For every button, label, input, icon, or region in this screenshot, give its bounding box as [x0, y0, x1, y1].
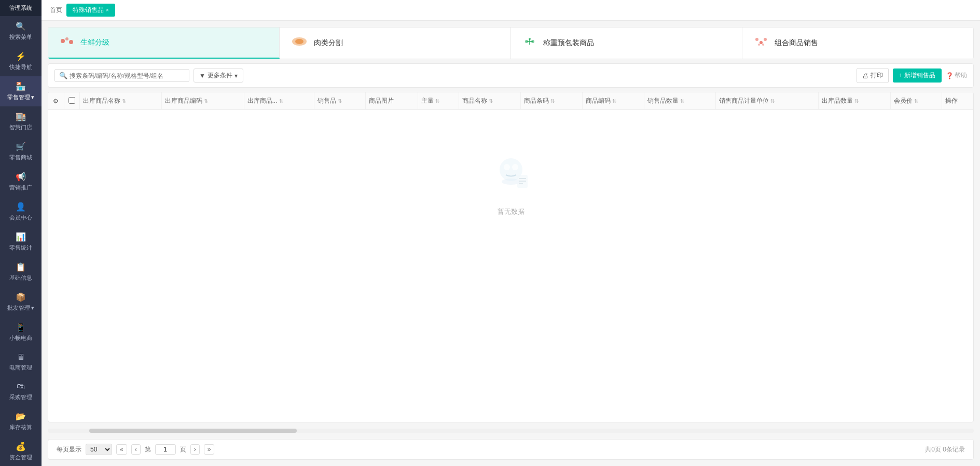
data-table: ⚙ 出库商品名称 ⇅ 出库商品编码	[48, 92, 973, 110]
out-product-short-header[interactable]: 出库商品... ⇅	[244, 92, 314, 110]
first-page-button[interactable]: «	[116, 444, 127, 455]
page-label: 第	[145, 445, 151, 454]
sidebar-item-label: 搜索菜单	[9, 33, 32, 41]
page-unit: 页	[180, 445, 186, 454]
sidebar-item-label: 零售商城	[9, 154, 32, 161]
tab-row: 生鲜分级 肉类分割	[48, 27, 974, 59]
scale-icon	[521, 35, 538, 51]
sidebar-item-label: 零售统计	[9, 244, 32, 252]
sidebar-logo: 管理系统	[0, 0, 42, 16]
sidebar-item-retailmall[interactable]: 🛒 零售商城	[0, 136, 42, 167]
sidebar-item-miniapp[interactable]: 📱 小畅电商	[0, 317, 42, 347]
product-image-header: 商品图片	[365, 92, 418, 110]
sidebar-item-search[interactable]: 🔍 搜索菜单	[0, 16, 42, 46]
combo-icon	[753, 35, 769, 51]
sales-quantity-header[interactable]: 销售品数量 ⇅	[644, 92, 716, 110]
svg-point-2	[69, 40, 73, 44]
fresh-grade-icon	[59, 35, 75, 50]
horizontal-scrollbar[interactable]	[48, 429, 974, 433]
checkbox-column-header	[64, 92, 79, 110]
cart-icon: 🛒	[16, 142, 26, 152]
sidebar-item-retailstats[interactable]: 📊 零售统计	[0, 227, 42, 257]
product-name-header[interactable]: 商品名称 ⇅	[459, 92, 520, 110]
sales-unit-header[interactable]: 销售商品计量单位 ⇅	[716, 92, 819, 110]
store-icon: 🏪	[16, 81, 26, 91]
sidebar-item-basicinfo[interactable]: 📋 基础信息	[0, 257, 42, 287]
weight-header[interactable]: 主量 ⇅	[418, 92, 459, 110]
sidebar-item-member[interactable]: 👤 会员中心	[0, 197, 42, 227]
operation-header: 操作	[942, 92, 973, 110]
help-button[interactable]: ❓ 帮助	[946, 71, 967, 80]
pagination-row: 每页显示 50 10 20 100 « ‹ 第 页 › » 共0页 0条记录	[48, 439, 974, 460]
toolbar-right: 🖨 打印 + 新增销售品 ❓ 帮助	[857, 68, 967, 83]
tab-close-icon[interactable]: ×	[106, 7, 109, 13]
help-icon: ❓	[946, 72, 954, 79]
svg-point-4	[295, 39, 303, 44]
empty-label: 暂无数据	[498, 207, 524, 216]
toolbar-row: 🔍 ▼ 更多条件 ▾ 🖨 打印 + 新增销售品 ❓ 帮助	[48, 63, 974, 88]
select-all-checkbox[interactable]	[68, 97, 75, 104]
member-price-header[interactable]: 会员价 ⇅	[891, 92, 942, 110]
main-content: 首页 特殊销售品 × 生鲜分级	[42, 0, 980, 466]
barcode-header[interactable]: 商品条码 ⇅	[520, 92, 582, 110]
tab-meat-split[interactable]: 肉类分割	[280, 28, 511, 59]
sidebar-item-label: 基础信息	[9, 274, 32, 282]
svg-point-10	[755, 38, 758, 41]
product-code-header[interactable]: 商品编码 ⇅	[582, 92, 644, 110]
sidebar-item-finance[interactable]: 💰 资金管理	[0, 436, 42, 466]
last-page-button[interactable]: »	[204, 444, 215, 455]
sidebar-item-label: 会员中心	[9, 214, 32, 222]
print-label: 打印	[871, 71, 883, 80]
search-input[interactable]	[70, 72, 185, 79]
sidebar-item-retail[interactable]: 🏪 零售管理▾	[0, 76, 42, 106]
page-body: 生鲜分级 肉类分割	[42, 21, 980, 466]
mobile-icon: 📱	[16, 322, 26, 332]
pagination-total: 共0页 0条记录	[925, 445, 965, 454]
prev-page-button[interactable]: ‹	[131, 444, 141, 455]
tab-fresh-grade[interactable]: 生鲜分级	[48, 28, 280, 59]
settings-column-header[interactable]: ⚙	[48, 92, 64, 110]
topbar: 首页 特殊销售品 ×	[42, 0, 980, 21]
sidebar-item-inventory[interactable]: 📂 库存核算	[0, 406, 42, 436]
sidebar-item-purchase[interactable]: 🛍 采购管理	[0, 377, 42, 406]
smartstore-icon: 🏬	[16, 112, 26, 121]
filter-icon: ▼	[199, 72, 205, 79]
tab-combo[interactable]: 组合商品销售	[742, 28, 973, 59]
sidebar-item-label: 资金管理	[9, 454, 32, 461]
scale-prepack-label: 称重预包装商品	[543, 38, 594, 48]
out-product-code-header[interactable]: 出库商品编码 ⇅	[162, 92, 244, 110]
svg-point-17	[504, 164, 510, 170]
marketing-icon: 📢	[16, 172, 26, 182]
combo-label: 组合商品销售	[775, 38, 818, 48]
search-icon: 🔍	[16, 21, 26, 31]
tab-scale-prepack[interactable]: 称重预包装商品	[511, 28, 742, 59]
sidebar-item-label: 库存核算	[9, 423, 32, 431]
out-product-name-header[interactable]: 出库商品名称 ⇅	[79, 92, 162, 110]
page-size-label: 每页显示	[57, 445, 81, 454]
search-wrap[interactable]: 🔍	[54, 69, 189, 82]
out-quantity-header[interactable]: 出库品数量 ⇅	[819, 92, 891, 110]
print-button[interactable]: 🖨 打印	[857, 68, 889, 83]
next-page-button[interactable]: ›	[190, 444, 200, 455]
filter-button[interactable]: ▼ 更多条件 ▾	[194, 68, 243, 83]
svg-point-0	[61, 39, 65, 43]
table-header-row: ⚙ 出库商品名称 ⇅ 出库商品编码	[48, 92, 973, 110]
sidebar-item-ecommerce[interactable]: 🖥 电商管理	[0, 347, 42, 377]
sidebar-item-quicknav[interactable]: ⚡ 快捷导航	[0, 46, 42, 76]
sidebar-item-marketing[interactable]: 📢 营销推广	[0, 167, 42, 197]
sidebar-item-label: 采购管理	[9, 393, 32, 401]
sales-product-header[interactable]: 销售品 ⇅	[314, 92, 365, 110]
scroll-thumb[interactable]	[89, 429, 297, 433]
table-wrap: ⚙ 出库商品名称 ⇅ 出库商品编码	[48, 92, 974, 422]
page-number-input[interactable]	[155, 444, 176, 455]
home-breadcrumb[interactable]: 首页	[50, 6, 62, 15]
svg-point-18	[512, 164, 518, 170]
info-icon: 📋	[16, 262, 26, 272]
svg-point-12	[764, 38, 767, 41]
page-size-select[interactable]: 50 10 20 100	[86, 444, 112, 455]
active-tab-tag[interactable]: 特殊销售品 ×	[66, 4, 115, 17]
sidebar-item-wholesale[interactable]: 📦 批发管理▾	[0, 287, 42, 317]
add-product-button[interactable]: + 新增销售品	[893, 68, 942, 83]
sidebar-item-smartstore[interactable]: 🏬 智慧门店	[0, 106, 42, 136]
help-label: 帮助	[955, 71, 967, 80]
